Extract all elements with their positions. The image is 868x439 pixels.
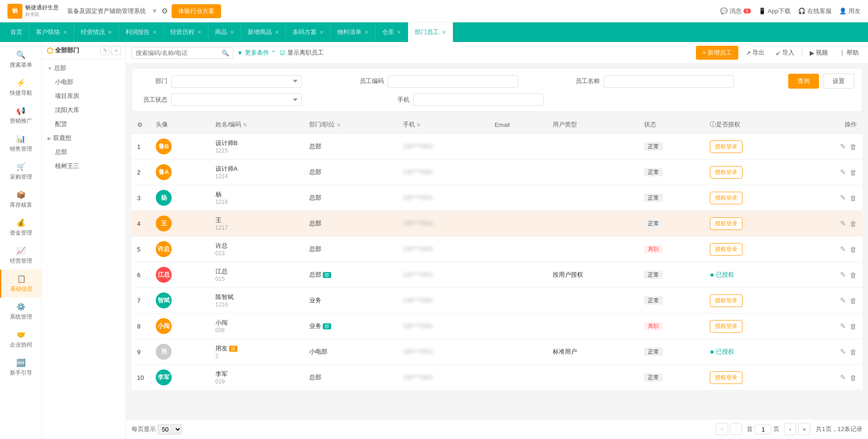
show-inactive-toggle[interactable]: ☑ 显示离职员工 (280, 49, 324, 57)
page-size-select[interactable]: 50 100 200 (158, 424, 182, 435)
prev-page-btn[interactable]: ‹ (730, 423, 742, 435)
dept-edit-btn[interactable]: ✎ (100, 46, 110, 55)
export-btn[interactable]: ↗ 导出 (742, 47, 768, 59)
dept-all-label[interactable]: 全部部门 (55, 46, 79, 55)
auth-button[interactable]: 授权登录 (710, 320, 743, 333)
tab-new-goods[interactable]: 新增商品 ✕ (241, 22, 286, 42)
close-icon[interactable]: ✕ (230, 29, 234, 35)
more-filter-btn[interactable]: ▼ 更多条件 ⌃ (237, 49, 276, 57)
tab-home[interactable]: 首页 (4, 22, 29, 42)
search-input[interactable] (136, 49, 220, 56)
first-page-btn[interactable]: « (716, 423, 728, 435)
close-icon[interactable]: ✕ (319, 29, 324, 35)
search-icon[interactable]: 🔍 (222, 49, 229, 56)
sidebar-item-basicinfo[interactable]: 📋 基础信息 (0, 270, 42, 298)
user-btn[interactable]: 👤 用友 (839, 7, 861, 15)
edit-icon[interactable]: ✎ (840, 194, 846, 202)
auth-button[interactable]: 授权登录 (710, 371, 743, 384)
empname-input[interactable] (604, 75, 734, 88)
sidebar-item-quicknav[interactable]: ⚡ 快捷导航 (0, 74, 42, 102)
reset-button[interactable]: 设置 (823, 74, 854, 89)
delete-icon[interactable]: 🗑 (850, 322, 857, 330)
sidebar-item-purchase[interactable]: 🛒 采购管理 (0, 158, 42, 186)
last-page-btn[interactable]: » (798, 423, 810, 435)
tab-employees[interactable]: 部门员工 ✕ (408, 22, 453, 42)
delete-icon[interactable]: 🗑 (850, 245, 857, 253)
edit-icon[interactable]: ✎ (840, 245, 846, 253)
close-icon[interactable]: ✕ (63, 29, 67, 35)
col-settings[interactable]: ⚙ (132, 116, 150, 134)
tab-warehouse[interactable]: 仓库 ✕ (375, 22, 408, 42)
dept-collapse-btn[interactable]: « (111, 46, 121, 55)
tab-profit[interactable]: 利润报告 ✕ (119, 22, 164, 42)
auth-button[interactable]: 授权登录 (710, 217, 743, 230)
delete-icon[interactable]: 🗑 (850, 297, 857, 305)
delete-icon[interactable]: 🗑 (850, 220, 857, 228)
edit-icon[interactable]: ✎ (840, 142, 846, 151)
delete-icon[interactable]: 🗑 (850, 348, 857, 356)
col-phone[interactable]: 手机 ⇅ (397, 116, 489, 134)
dept-select[interactable] (171, 75, 302, 88)
sidebar-item-guide[interactable]: 🆕 新手引导 (0, 354, 42, 382)
dept-node-xiangmu[interactable]: 项目库房 (42, 89, 125, 103)
delete-icon[interactable]: 🗑 (850, 168, 857, 176)
edit-icon[interactable]: ✎ (840, 322, 846, 330)
tab-operations[interactable]: 经营情况 ✕ (74, 22, 119, 42)
auth-button[interactable]: 授权登录 (710, 140, 743, 153)
online-service-btn[interactable]: 🎧 在线客服 (798, 7, 832, 15)
view-btn[interactable]: ▶ 视频 (806, 47, 832, 59)
dept-node-shenyang[interactable]: 沈阳大库 (42, 103, 125, 117)
trial-button[interactable]: 体验行业方案 (172, 4, 221, 18)
edit-icon[interactable]: ✎ (840, 296, 846, 305)
tab-goods[interactable]: 商品 ✕ (208, 22, 241, 42)
close-icon[interactable]: ✕ (275, 29, 279, 35)
close-icon[interactable]: ✕ (197, 29, 201, 35)
add-employee-button[interactable]: + 新增员工 (696, 46, 738, 60)
dept-node-zongbu2[interactable]: 总部 (42, 145, 125, 159)
empcode-input[interactable] (388, 75, 518, 88)
help-btn[interactable]: ｜ 帮助 (835, 47, 862, 59)
auth-button[interactable]: 授权登录 (710, 243, 743, 256)
sidebar-item-search[interactable]: 🔍 搜索菜单 (0, 46, 42, 74)
edit-icon[interactable]: ✎ (840, 348, 846, 356)
tab-barcode[interactable]: 条码方案 ✕ (286, 22, 331, 42)
auth-button[interactable]: 授权登录 (710, 294, 743, 307)
import-btn[interactable]: ↙ 导入 (772, 47, 798, 59)
close-icon[interactable]: ✕ (153, 29, 157, 35)
delete-icon[interactable]: 🗑 (850, 374, 857, 382)
sidebar-item-system[interactable]: ⚙️ 系统管理 (0, 298, 42, 326)
message-btn[interactable]: 💬 消息 5 (720, 7, 751, 15)
auth-button[interactable]: 授权登录 (710, 192, 743, 204)
sidebar-item-operations[interactable]: 📈 经营管理 (0, 242, 42, 270)
sidebar-item-collab[interactable]: 🤝 企业协同 (0, 326, 42, 354)
dropdown-arrow[interactable]: ▼ (152, 7, 158, 14)
page-input[interactable] (755, 425, 771, 434)
dept-node-zhishu[interactable]: 植树王三 (42, 159, 125, 173)
sidebar-item-inventory[interactable]: 📦 库存核算 (0, 186, 42, 214)
edit-icon[interactable]: ✎ (840, 219, 846, 228)
phone-input[interactable] (413, 93, 544, 106)
edit-icon[interactable]: ✎ (840, 271, 846, 279)
col-name[interactable]: 姓名/编码 ⇅ (210, 116, 304, 134)
dept-node-peihuo[interactable]: 配货 (42, 117, 125, 131)
tab-bom[interactable]: 物料清单 ✕ (331, 22, 375, 42)
dept-node-xiaodian[interactable]: 小电部 (42, 75, 125, 89)
close-icon[interactable]: ✕ (397, 29, 401, 35)
close-icon[interactable]: ✕ (108, 29, 112, 35)
dept-node-zongbu-parent[interactable]: ▼ 总部 (42, 61, 125, 75)
sidebar-item-marketing[interactable]: 📢 营销推广 (0, 102, 42, 130)
tab-customer[interactable]: 客户联络 ✕ (29, 22, 74, 42)
tab-history[interactable]: 经营历程 ✕ (164, 22, 208, 42)
col-dept[interactable]: 部门/职位 ⇅ (304, 116, 397, 134)
dept-node-shuanglu[interactable]: ▶ 双鹿想 (42, 131, 125, 145)
close-icon[interactable]: ✕ (442, 29, 446, 35)
app-download-btn[interactable]: 📱 App下载 (758, 7, 791, 15)
delete-icon[interactable]: 🗑 (850, 143, 857, 151)
delete-icon[interactable]: 🗑 (850, 194, 857, 202)
delete-icon[interactable]: 🗑 (850, 271, 857, 279)
edit-icon[interactable]: ✎ (840, 168, 846, 176)
query-button[interactable]: 查询 (788, 74, 819, 89)
close-icon[interactable]: ✕ (364, 29, 368, 35)
status-select[interactable] (171, 93, 302, 106)
next-page-btn[interactable]: › (784, 423, 796, 435)
